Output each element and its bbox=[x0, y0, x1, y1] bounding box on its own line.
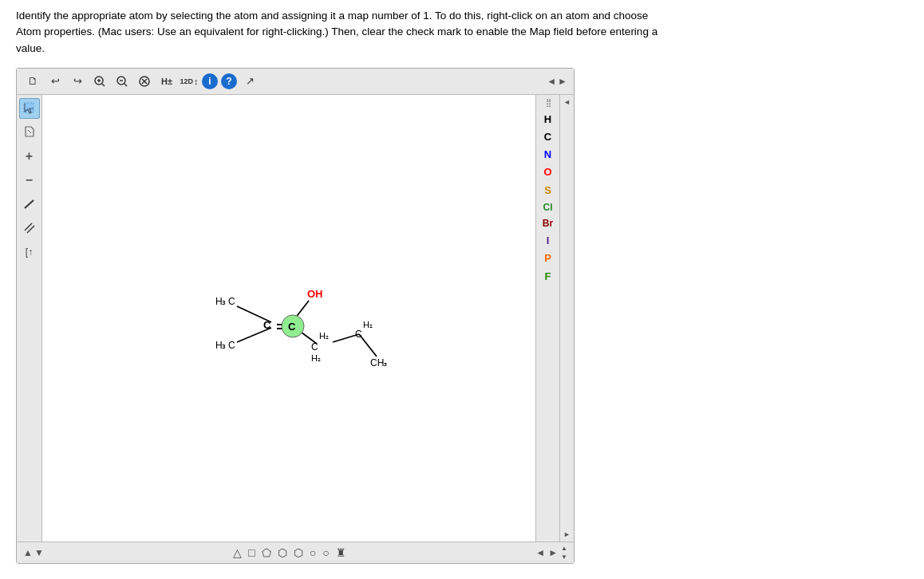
element-N[interactable]: N bbox=[543, 147, 553, 163]
svg-text:H: H bbox=[319, 331, 326, 341]
molecule-editor: 🗋 ↩ ↪ H± 12D ↕ i ? ↗ ◄ ► bbox=[16, 68, 575, 564]
molecule-canvas[interactable]: C C H ₃ C H ₃ C OH C H ₂ H ₂ bbox=[42, 95, 535, 542]
bottom-scroll-up[interactable]: ▲ bbox=[561, 545, 567, 552]
svg-text:H: H bbox=[311, 353, 318, 363]
svg-text:C: C bbox=[288, 321, 296, 333]
select-tool[interactable] bbox=[19, 98, 40, 119]
palette-down-arrow[interactable]: ► bbox=[563, 530, 571, 538]
svg-text:C: C bbox=[263, 319, 271, 331]
custom-shape[interactable]: ♜ bbox=[336, 546, 346, 559]
svg-text:C: C bbox=[311, 341, 318, 353]
toolbar-left-arrow[interactable]: ◄ bbox=[547, 76, 556, 87]
element-O[interactable]: O bbox=[542, 164, 553, 180]
svg-text:₃: ₃ bbox=[222, 340, 226, 351]
svg-text:₃: ₃ bbox=[384, 359, 387, 368]
svg-line-12 bbox=[28, 130, 31, 133]
element-P[interactable]: P bbox=[543, 250, 553, 266]
bottom-left-arrows: ▲ ▼ bbox=[23, 547, 44, 558]
bottom-left-nav[interactable]: ◄ bbox=[535, 547, 545, 558]
zoom-in-button[interactable] bbox=[90, 72, 109, 91]
svg-text:CH: CH bbox=[370, 357, 384, 368]
svg-line-3 bbox=[102, 84, 105, 86]
undo-button[interactable]: ↩ bbox=[45, 72, 65, 91]
expand-button[interactable]: ↗ bbox=[240, 72, 259, 91]
bottom-up-arrow[interactable]: ▲ bbox=[23, 547, 33, 558]
svg-line-6 bbox=[124, 84, 127, 86]
element-I[interactable]: I bbox=[545, 233, 551, 249]
info-button[interactable]: i bbox=[202, 73, 218, 89]
new-button[interactable]: 🗋 bbox=[23, 72, 42, 91]
help-button[interactable]: ? bbox=[221, 73, 237, 89]
element-H[interactable]: H bbox=[543, 112, 553, 128]
ring-shape[interactable]: ○ bbox=[322, 546, 329, 559]
palette-up-arrow[interactable]: ◄ bbox=[563, 98, 571, 106]
template-tool[interactable]: [↑ bbox=[19, 242, 40, 262]
triangle-shape[interactable]: △ bbox=[233, 546, 242, 559]
svg-text:C: C bbox=[355, 329, 362, 340]
shape-tools: △ □ ⬠ ⬡ ⬡ ○ ○ ♜ bbox=[233, 546, 346, 559]
palette-scroll-arrows: ◄ ► bbox=[559, 95, 574, 542]
pentagon-shape[interactable]: ⬠ bbox=[262, 546, 271, 559]
svg-text:₂: ₂ bbox=[318, 354, 321, 363]
palette-dots-icon: ⣿ bbox=[546, 98, 551, 107]
svg-text:₂: ₂ bbox=[369, 321, 373, 329]
svg-rect-10 bbox=[24, 103, 34, 112]
element-F[interactable]: F bbox=[543, 269, 553, 285]
editor-toolbar: 🗋 ↩ ↪ H± 12D ↕ i ? ↗ ◄ ► bbox=[17, 69, 574, 95]
bottom-right-nav: ◄ ► ▲ ▼ bbox=[535, 545, 567, 561]
element-palette: ⣿ H C N O S Cl Br I P F bbox=[535, 95, 559, 542]
toolbar-right-arrow[interactable]: ► bbox=[558, 76, 567, 87]
add-atom-tool[interactable]: + bbox=[19, 146, 40, 167]
left-tools-panel: + − [↑ bbox=[17, 95, 42, 542]
svg-line-13 bbox=[25, 200, 34, 208]
element-S[interactable]: S bbox=[543, 183, 553, 199]
heptagon-shape[interactable]: ⬡ bbox=[294, 546, 303, 559]
square-shape[interactable]: □ bbox=[248, 546, 255, 559]
hexagon-shape[interactable]: ⬡ bbox=[278, 546, 287, 559]
erase-tool[interactable] bbox=[19, 122, 40, 143]
redo-button[interactable]: ↪ bbox=[68, 72, 87, 91]
clear-button[interactable] bbox=[135, 72, 154, 91]
bottom-scroll-down[interactable]: ▼ bbox=[561, 553, 567, 561]
octagon-shape[interactable]: ○ bbox=[310, 546, 316, 559]
zoom-out-button[interactable] bbox=[113, 72, 132, 91]
svg-text:H: H bbox=[363, 320, 369, 329]
instruction-text: Identify the appropriate atom by selecti… bbox=[16, 8, 894, 57]
single-bond-tool[interactable] bbox=[19, 194, 40, 215]
molecule-svg: C C H ₃ C H ₃ C OH C H ₂ H ₂ bbox=[161, 238, 417, 398]
remove-atom-tool[interactable]: − bbox=[19, 170, 40, 191]
svg-text:C: C bbox=[228, 296, 235, 307]
svg-text:₂: ₂ bbox=[326, 332, 329, 341]
bottom-down-arrow[interactable]: ▼ bbox=[34, 547, 44, 558]
editor-body: + − [↑ bbox=[17, 95, 574, 542]
element-Br[interactable]: Br bbox=[541, 216, 555, 231]
double-bond-tool[interactable] bbox=[19, 218, 40, 238]
bottom-toolbar: ▲ ▼ △ □ ⬠ ⬡ ⬡ ○ ○ ♜ ◄ ► ▲ ▼ bbox=[17, 542, 574, 563]
svg-text:₃: ₃ bbox=[222, 296, 226, 307]
element-C[interactable]: C bbox=[543, 129, 553, 145]
svg-text:C: C bbox=[228, 340, 235, 351]
svg-text:OH: OH bbox=[307, 288, 323, 300]
element-Cl[interactable]: Cl bbox=[542, 200, 555, 215]
bottom-right-nav[interactable]: ► bbox=[548, 547, 558, 558]
right-panel: ⣿ H C N O S Cl Br I P F ◄ ► bbox=[535, 95, 574, 542]
mapping-button[interactable]: 12D ↕ bbox=[180, 72, 199, 91]
hcount-button[interactable]: H± bbox=[157, 72, 176, 91]
